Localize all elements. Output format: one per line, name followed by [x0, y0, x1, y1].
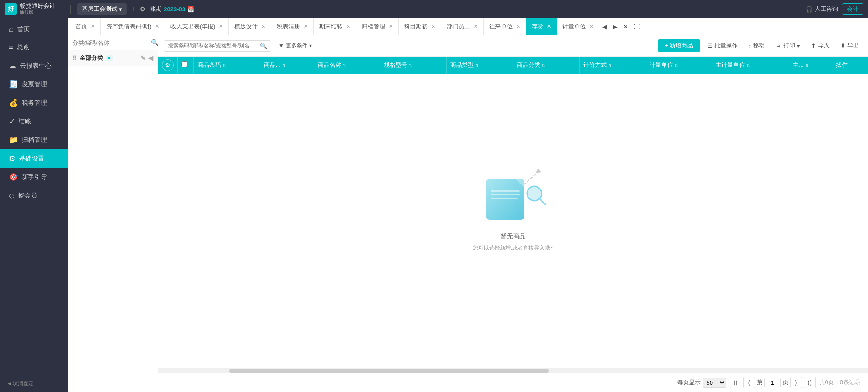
app-name: 畅捷通好会计 [20, 2, 55, 9]
sort-unit-icon[interactable]: ⇅ [675, 63, 678, 68]
batch-btn[interactable]: ☰ 批量操作 [703, 40, 741, 52]
sort-type-icon[interactable]: ⇅ [475, 63, 479, 68]
tab-dept[interactable]: 部门员工 ✕ [441, 18, 484, 35]
tab-close-balance[interactable]: ✕ [155, 24, 159, 29]
category-search-input[interactable] [72, 39, 148, 46]
sidebar-label-settings: 基础设置 [19, 155, 44, 163]
account-btn[interactable]: 会计 [842, 3, 863, 15]
top-bar: 好 畅捷通好会计 旗舰版 基层工会测试 ▾ + ⚙ 账期 2023-03 📅 🎧… [0, 0, 868, 18]
tab-close-unit[interactable]: ✕ [590, 24, 594, 29]
sidebar-item-invoice[interactable]: 🧾 发票管理 [0, 75, 68, 94]
sort-main-unit-icon[interactable]: ⇅ [746, 63, 750, 68]
collapse-panel-icon[interactable]: ◀ [148, 54, 153, 61]
page-input[interactable] [764, 378, 781, 387]
edit-category-icon[interactable]: ✎ [140, 54, 146, 61]
main-search-input[interactable] [168, 43, 258, 49]
sort-barcode-icon[interactable]: ⇅ [222, 63, 226, 68]
add-tab-btn[interactable]: + [131, 5, 135, 13]
category-search-icon[interactable]: 🔍 [151, 39, 159, 46]
select-all-checkbox[interactable] [181, 61, 187, 67]
first-page-btn[interactable]: ⟨⟨ [730, 377, 741, 388]
th-spec[interactable]: 规格型号 ⇅ [380, 57, 447, 74]
sort-more-icon[interactable]: ⇅ [805, 63, 809, 68]
sidebar-item-checkout[interactable]: ✓ 结账 [0, 112, 68, 131]
svg-marker-0 [536, 168, 541, 173]
last-page-btn[interactable]: ⟩⟩ [804, 377, 816, 388]
tab-close-subject[interactable]: ✕ [431, 24, 435, 29]
tab-nav-left[interactable]: ◀ [599, 18, 610, 35]
sidebar-item-archive[interactable]: 📁 归档管理 [0, 131, 68, 149]
calendar-icon[interactable]: 📅 [187, 6, 194, 13]
export-btn[interactable]: ⬇ 导出 [837, 40, 863, 52]
main-search-icon[interactable]: 🔍 [260, 43, 267, 49]
drag-icon: ⠿ [72, 55, 77, 61]
sidebar-item-settings[interactable]: ⚙ 基础设置 [0, 149, 68, 168]
tab-close-archive[interactable]: ✕ [389, 24, 393, 29]
th-barcode[interactable]: 商品条码 ⇅ [194, 57, 260, 74]
tab-close-counterpart[interactable]: ✕ [516, 24, 520, 29]
tab-period-end[interactable]: 期末结转 ✕ [314, 18, 356, 35]
sort-name-icon[interactable]: ⇅ [343, 63, 346, 68]
sort-spec-icon[interactable]: ⇅ [409, 63, 412, 68]
th-name[interactable]: 商品名称 ⇅ [314, 57, 380, 74]
tab-close-all-btn[interactable]: ✕ [620, 18, 631, 35]
tab-close-home[interactable]: ✕ [91, 24, 95, 29]
move-btn[interactable]: ↕ 移动 [745, 40, 769, 52]
sidebar-item-tax[interactable]: 💰 税务管理 [0, 94, 68, 112]
tab-home[interactable]: 首页 ✕ [70, 18, 101, 35]
tab-inventory[interactable]: 存货 ✕ [526, 18, 557, 35]
th-category[interactable]: 商品分类 ⇅ [513, 57, 580, 74]
tab-subject[interactable]: 科目期初 ✕ [399, 18, 441, 35]
th-settings[interactable]: ⚙ [158, 57, 178, 74]
h-scrollbar-thumb[interactable] [229, 369, 549, 373]
tab-close-period-end[interactable]: ✕ [346, 24, 350, 29]
sidebar-item-report[interactable]: ☁ 云报表中心 [0, 57, 68, 75]
settings-icon[interactable]: ⚙ [140, 5, 146, 13]
h-scrollbar-track[interactable] [158, 368, 868, 373]
print-btn[interactable]: 🖨 打印 ▾ [772, 40, 804, 52]
tab-expand-btn[interactable]: ⛶ [631, 18, 643, 35]
th-price-mode[interactable]: 计价方式 ⇅ [579, 57, 646, 74]
tab-archive[interactable]: 归档管理 ✕ [356, 18, 399, 35]
th-checkbox[interactable] [178, 57, 194, 74]
sidebar-item-guide[interactable]: 🎯 新手引导 [0, 168, 68, 186]
page-size-select: 每页显示 50 100 200 [677, 378, 726, 388]
tab-close-income[interactable]: ✕ [219, 24, 223, 29]
tab-close-taxclear[interactable]: ✕ [304, 24, 308, 29]
tab-income[interactable]: 收入支出表(年报) ✕ [165, 18, 229, 35]
all-category-label[interactable]: 全部分类 [80, 54, 103, 62]
column-settings-icon[interactable]: ⚙ [162, 59, 174, 71]
cancel-pin-btn[interactable]: ◄取消固定 [0, 375, 68, 392]
sort-code-icon[interactable]: ⇅ [282, 63, 286, 68]
th-main-unit[interactable]: 主计量单位 ⇅ [712, 57, 789, 74]
th-type[interactable]: 商品类型 ⇅ [447, 57, 513, 74]
tab-unit[interactable]: 计量单位 ✕ [557, 18, 599, 35]
more-filter-btn[interactable]: ▼ 更多条件 ▾ [275, 40, 316, 52]
tab-counterpart[interactable]: 往来单位 ✕ [484, 18, 526, 35]
th-unit[interactable]: 计量单位 ⇅ [646, 57, 712, 74]
th-code[interactable]: 商品... ⇅ [260, 57, 314, 74]
tab-taxclear[interactable]: 税表清册 ✕ [271, 18, 314, 35]
tab-close-dept[interactable]: ✕ [474, 24, 478, 29]
next-page-btn[interactable]: ⟩ [790, 377, 802, 388]
tab-close-inventory[interactable]: ✕ [547, 24, 551, 29]
sort-category-icon[interactable]: ⇅ [542, 63, 545, 68]
th-more[interactable]: 主... ⇅ [789, 57, 832, 74]
sort-price-icon[interactable]: ⇅ [608, 63, 612, 68]
tab-close-template[interactable]: ✕ [261, 24, 265, 29]
app-version: 旗舰版 [20, 9, 55, 16]
table-scroll-area[interactable]: ⚙ 商品条码 ⇅ [158, 57, 868, 368]
prev-page-btn[interactable]: ⟨ [743, 377, 755, 388]
sidebar-item-member[interactable]: ◇ 畅会员 [0, 186, 68, 205]
page-size-dropdown[interactable]: 50 100 200 [703, 378, 726, 388]
tab-balance[interactable]: 资产负债表(中期) ✕ [101, 18, 165, 35]
tab-nav-right[interactable]: ▶ [610, 18, 620, 35]
import-btn[interactable]: ⬆ 导入 [807, 40, 833, 52]
company-tab[interactable]: 基层工会测试 ▾ [77, 3, 127, 15]
sidebar-item-home[interactable]: ⌂ 首页 [0, 20, 68, 38]
add-product-btn[interactable]: + 新增商品 [658, 39, 699, 52]
consulting-btn[interactable]: 🎧 人工咨询 [806, 5, 838, 13]
sidebar-item-ledger[interactable]: ≡ 总账 [0, 38, 68, 57]
tab-template[interactable]: 模版设计 ✕ [229, 18, 271, 35]
dropdown-icon[interactable]: ▾ [119, 6, 122, 13]
